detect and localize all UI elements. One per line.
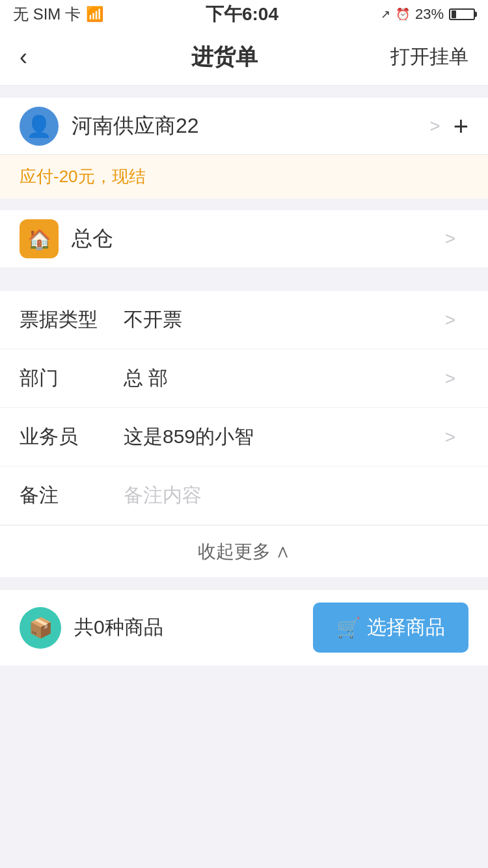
status-bar: 无 SIM 卡 📶 下午6:04 ↗ ⏰ 23% — [0, 0, 488, 29]
alarm-icon: ⏰ — [396, 7, 410, 21]
battery-icon — [449, 8, 475, 20]
dept-label: 部门 — [20, 365, 111, 392]
status-right: ↗ ⏰ 23% — [381, 6, 475, 23]
supplier-row[interactable]: 👤 河南供应商22 > + — [0, 98, 488, 155]
select-product-icon: 🛒 — [336, 616, 360, 639]
dept-chevron-icon: > — [445, 368, 455, 389]
open-pending-button[interactable]: 打开挂单 — [390, 44, 468, 70]
top-divider — [0, 86, 488, 98]
invoice-label: 票据类型 — [20, 306, 111, 333]
warehouse-row[interactable]: 🏠 总仓 > — [0, 210, 488, 267]
salesman-label: 业务员 — [20, 424, 111, 450]
status-time: 下午6:04 — [206, 2, 278, 27]
product-icon-wrap: 📦 — [20, 607, 61, 649]
dept-value: 总 部 — [111, 365, 445, 392]
supplier-name: 河南供应商22 — [72, 112, 429, 141]
bottom-bar: 📦 共0种商品 🛒 选择商品 — [0, 589, 488, 666]
select-product-button[interactable]: 🛒 选择商品 — [313, 603, 468, 653]
notice-row: 应付-20元，现结 — [0, 155, 488, 198]
remark-label: 备注 — [20, 482, 111, 509]
select-product-label: 选择商品 — [367, 614, 445, 641]
status-left: 无 SIM 卡 📶 — [13, 4, 103, 25]
product-icon: 📦 — [29, 616, 53, 639]
battery-fill — [452, 10, 456, 18]
battery-percent: 23% — [415, 6, 444, 23]
warehouse-chevron-icon: > — [445, 228, 455, 249]
back-button[interactable]: ‹ — [20, 44, 59, 71]
supplier-chevron-icon: > — [429, 116, 440, 137]
salesman-value: 这是859的小智 — [111, 424, 445, 450]
salesman-row[interactable]: 业务员 这是859的小智 > — [0, 408, 488, 467]
product-count: 共0种商品 — [74, 614, 313, 641]
warehouse-icon-wrap: 🏠 — [20, 219, 59, 258]
page-background — [0, 666, 488, 861]
form-section: 票据类型 不开票 > 部门 总 部 > 业务员 这是859的小智 > 备注 备注… — [0, 291, 488, 577]
invoice-row[interactable]: 票据类型 不开票 > — [0, 291, 488, 349]
avatar-icon: 👤 — [26, 114, 52, 139]
supplier-avatar: 👤 — [20, 107, 59, 146]
notice-text: 应付-20元，现结 — [20, 167, 146, 186]
invoice-value: 不开票 — [111, 306, 445, 333]
dept-row[interactable]: 部门 总 部 > — [0, 349, 488, 408]
nav-bar: ‹ 进货单 打开挂单 — [0, 29, 488, 86]
remark-row[interactable]: 备注 备注内容 — [0, 467, 488, 525]
collapse-text: 收起更多 ∧ — [198, 539, 291, 564]
supplier-section: 👤 河南供应商22 > + 应付-20元，现结 — [0, 98, 488, 198]
salesman-chevron-icon: > — [445, 427, 455, 448]
invoice-chevron-icon: > — [445, 310, 455, 331]
carrier-text: 无 SIM 卡 — [13, 4, 81, 25]
warehouse-name: 总仓 — [72, 224, 445, 253]
battery-tip — [475, 12, 477, 17]
wifi-icon: 📶 — [86, 6, 103, 23]
warehouse-icon: 🏠 — [27, 228, 51, 251]
collapse-button[interactable]: 收起更多 ∧ — [0, 525, 488, 577]
page-title: 进货单 — [191, 42, 258, 72]
middle-divider-1 — [0, 198, 488, 210]
remark-input[interactable]: 备注内容 — [111, 482, 468, 509]
add-button[interactable]: + — [454, 113, 468, 139]
location-icon: ↗ — [381, 7, 390, 21]
middle-divider-2 — [0, 267, 488, 279]
